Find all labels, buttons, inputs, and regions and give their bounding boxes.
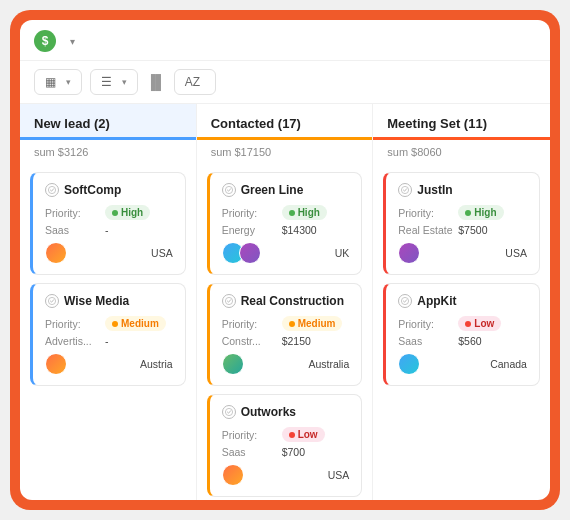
country-value: USA <box>151 247 173 259</box>
avatar <box>45 353 67 375</box>
priority-value: Low <box>474 318 494 329</box>
priority-label: Priority: <box>222 207 282 219</box>
app-logo-icon: $ <box>34 30 56 52</box>
country-value: Australia <box>308 358 349 370</box>
card-footer: Austria <box>45 353 173 375</box>
industry-row: Constr... $2150 <box>222 335 350 347</box>
table-row[interactable]: SoftComp Priority: High Saas - USA <box>30 172 186 275</box>
check-icon <box>398 183 412 197</box>
col-title-contacted: Contacted (17) <box>211 116 359 131</box>
priority-row: Priority: Medium <box>45 316 173 331</box>
deal-value: - <box>105 335 109 347</box>
avatar-group <box>398 353 420 375</box>
priority-row: Priority: Medium <box>222 316 350 331</box>
card-name: SoftComp <box>45 183 173 197</box>
industry-label: Advertis... <box>45 335 105 347</box>
priority-label: Priority: <box>398 207 458 219</box>
column-order-button[interactable]: ☰ ▾ <box>90 69 138 95</box>
table-row[interactable]: Real Construction Priority: Medium Const… <box>207 283 363 386</box>
cards-area-new-lead: SoftComp Priority: High Saas - USA Wise … <box>20 166 196 500</box>
col-chevron-icon: ▾ <box>122 77 127 87</box>
priority-label: Priority: <box>45 207 105 219</box>
sort-az-icon: AZ <box>185 75 200 89</box>
industry-label: Constr... <box>222 335 282 347</box>
priority-dot <box>112 321 118 327</box>
avatar-group <box>222 242 261 264</box>
avatar-group <box>222 353 244 375</box>
company-name: Real Construction <box>241 294 344 308</box>
col-sum-meeting-set: sum $8060 <box>373 146 550 166</box>
column-new-lead: New lead (2)sum $3126 SoftComp Priority:… <box>20 104 197 500</box>
table-row[interactable]: Wise Media Priority: Medium Advertis... … <box>30 283 186 386</box>
app-container: $ ▾ ▦ ▾ ☰ ▾ ▐▌ AZ New lead <box>20 20 550 500</box>
avatar <box>222 464 244 486</box>
view-mode-button[interactable]: ▦ ▾ <box>34 69 82 95</box>
outer-frame: $ ▾ ▦ ▾ ☰ ▾ ▐▌ AZ New lead <box>10 10 560 510</box>
priority-row: Priority: Low <box>222 427 350 442</box>
card-footer: USA <box>222 464 350 486</box>
priority-label: Priority: <box>398 318 458 330</box>
priority-badge: High <box>105 205 150 220</box>
card-name: Green Line <box>222 183 350 197</box>
card-name: JustIn <box>398 183 527 197</box>
check-icon <box>45 294 59 308</box>
company-name: JustIn <box>417 183 452 197</box>
industry-row: Saas $700 <box>222 446 350 458</box>
industry-label: Saas <box>45 224 105 236</box>
priority-badge: Low <box>282 427 325 442</box>
industry-label: Saas <box>398 335 458 347</box>
industry-row: Real Estate $7500 <box>398 224 527 236</box>
deal-value: $2150 <box>282 335 311 347</box>
avatar-group <box>398 242 420 264</box>
card-footer: Australia <box>222 353 350 375</box>
col-header-meeting-set: Meeting Set (11) <box>373 104 550 140</box>
cards-area-contacted: Green Line Priority: High Energy $14300 … <box>197 166 373 500</box>
sort-button[interactable]: AZ <box>174 69 216 95</box>
check-icon <box>398 294 412 308</box>
industry-label: Energy <box>222 224 282 236</box>
cards-area-meeting-set: JustIn Priority: High Real Estate $7500 … <box>373 166 550 500</box>
col-title-meeting-set: Meeting Set (11) <box>387 116 536 131</box>
table-row[interactable]: Green Line Priority: High Energy $14300 … <box>207 172 363 275</box>
table-row[interactable]: JustIn Priority: High Real Estate $7500 … <box>383 172 540 275</box>
priority-dot <box>289 321 295 327</box>
col-sum-contacted: sum $17150 <box>197 146 373 166</box>
bar-chart-icon: ▐▌ <box>146 74 166 90</box>
card-footer: Canada <box>398 353 527 375</box>
title-chevron-icon[interactable]: ▾ <box>70 36 75 47</box>
priority-dot <box>289 432 295 438</box>
deal-value: $7500 <box>458 224 487 236</box>
industry-row: Saas - <box>45 224 173 236</box>
country-value: Austria <box>140 358 173 370</box>
country-value: USA <box>328 469 350 481</box>
industry-label: Real Estate <box>398 224 458 236</box>
company-name: AppKit <box>417 294 456 308</box>
priority-row: Priority: High <box>398 205 527 220</box>
priority-badge: Medium <box>105 316 166 331</box>
view-chevron-icon: ▾ <box>66 77 71 87</box>
avatar <box>398 242 420 264</box>
industry-row: Energy $14300 <box>222 224 350 236</box>
card-name: Real Construction <box>222 294 350 308</box>
avatar-group <box>45 242 67 264</box>
priority-value: High <box>298 207 320 218</box>
avatar <box>45 242 67 264</box>
industry-row: Advertis... - <box>45 335 173 347</box>
company-name: Outworks <box>241 405 296 419</box>
table-row[interactable]: AppKit Priority: Low Saas $560 Canada <box>383 283 540 386</box>
priority-badge: Low <box>458 316 501 331</box>
check-icon <box>222 405 236 419</box>
company-name: Wise Media <box>64 294 129 308</box>
country-value: Canada <box>490 358 527 370</box>
table-row[interactable]: Outworks Priority: Low Saas $700 USA <box>207 394 363 497</box>
industry-label: Saas <box>222 446 282 458</box>
company-name: Green Line <box>241 183 304 197</box>
col-header-contacted: Contacted (17) <box>197 104 373 140</box>
column-contacted: Contacted (17)sum $17150 Green Line Prio… <box>197 104 374 500</box>
priority-row: Priority: Low <box>398 316 527 331</box>
avatar-group <box>45 353 67 375</box>
col-sum-new-lead: sum $3126 <box>20 146 196 166</box>
avatar <box>222 353 244 375</box>
check-icon <box>222 294 236 308</box>
col-title-new-lead: New lead (2) <box>34 116 182 131</box>
